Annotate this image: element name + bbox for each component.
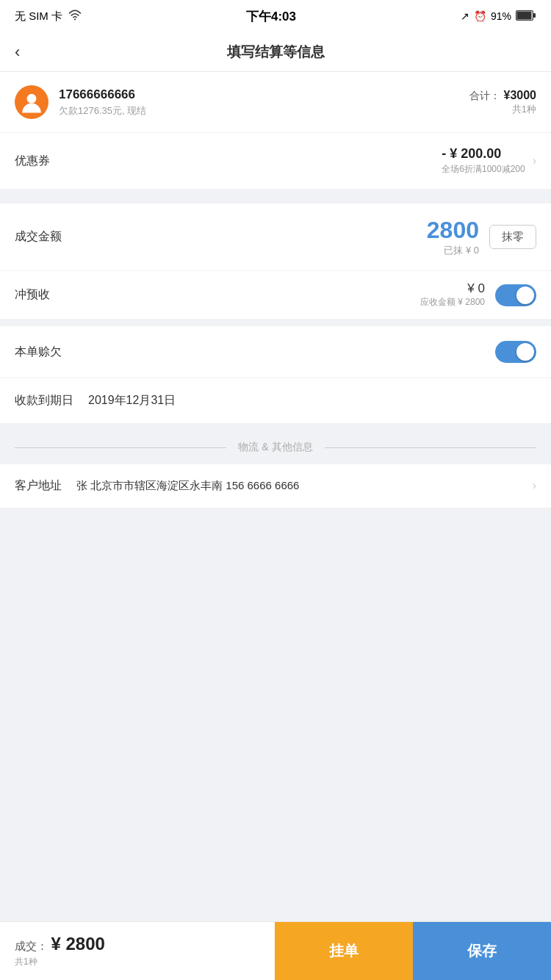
address-chevron-icon: ›: [533, 479, 536, 492]
duedate-value: 2019年12月31日: [88, 393, 176, 408]
status-time: 下午4:03: [246, 8, 296, 25]
coupon-discount: - ¥ 200.00: [442, 146, 525, 162]
address-section: 客户地址 张 北京市市辖区海淀区永丰南 156 6666 6666 ›: [0, 464, 551, 508]
carrier-text: 无 SIM 卡: [15, 10, 62, 24]
battery-icon: [516, 10, 536, 23]
svg-point-0: [74, 18, 76, 20]
amount-sub: 已抹 ¥ 0: [427, 244, 479, 257]
logistics-header: 物流 & 其他信息: [0, 430, 551, 464]
amount-row: 成交金额 2800 已抹 ¥ 0 抹零: [0, 203, 551, 270]
coupon-right: - ¥ 200.00 全场6折满1000减200 ›: [442, 146, 536, 176]
customer-right: 合计： ¥3000 共1种: [469, 89, 536, 116]
customer-section: 17666666666 欠款1276.35元, 现结 合计： ¥3000 共1种…: [0, 72, 551, 189]
customer-info: 17666666666 欠款1276.35元, 现结: [59, 87, 146, 118]
wifi-icon: [68, 9, 82, 24]
duedate-label: 收款到期日: [15, 393, 73, 408]
logistics-line-right: [325, 447, 536, 448]
alarm-icon: ⏰: [474, 10, 486, 22]
allowance-row: 本单赊欠: [0, 326, 551, 378]
logistics-text: 物流 & 其他信息: [238, 441, 312, 454]
allowance-section: 本单赊欠 收款到期日 2019年12月31日: [0, 326, 551, 423]
bottom-info: 成交： ¥ 2800 共1种: [0, 934, 275, 968]
bottom-deal-line: 成交： ¥ 2800: [15, 934, 260, 954]
bottom-deal-amount: ¥ 2800: [51, 934, 104, 954]
logistics-line-left: [15, 447, 226, 448]
coupon-info: - ¥ 200.00 全场6折满1000减200: [442, 146, 525, 176]
allowance-label: 本单赊欠: [15, 345, 62, 360]
precollect-toggle[interactable]: [495, 284, 536, 306]
customer-subtext: 欠款1276.35元, 现结: [59, 104, 146, 118]
customer-left: 17666666666 欠款1276.35元, 现结: [15, 85, 146, 119]
bottom-count: 共1种: [15, 956, 260, 968]
svg-rect-3: [533, 13, 536, 18]
status-left: 无 SIM 卡: [15, 9, 82, 24]
status-right: ↗ ⏰ 91%: [461, 10, 536, 23]
total-value: ¥3000: [504, 89, 537, 101]
allowance-toggle[interactable]: [495, 341, 536, 363]
total-line: 合计： ¥3000: [469, 89, 536, 103]
round-button[interactable]: 抹零: [489, 225, 536, 249]
hangup-button[interactable]: 挂单: [275, 922, 413, 981]
coupon-row[interactable]: 优惠券 - ¥ 200.00 全场6折满1000减200 ›: [0, 132, 551, 189]
amount-label: 成交金额: [15, 229, 62, 245]
amount-info: 2800 已抹 ¥ 0: [427, 217, 479, 257]
total-count: 共1种: [469, 103, 536, 116]
bottom-bar: 成交： ¥ 2800 共1种 挂单 保存: [0, 921, 551, 980]
section-divider-2: [0, 319, 551, 326]
status-bar: 无 SIM 卡 下午4:03 ↗ ⏰ 91%: [0, 0, 551, 32]
precollect-amount: ¥ 0: [420, 281, 485, 296]
page-title: 填写结算等信息: [227, 43, 325, 62]
bottom-deal-label: 成交：: [15, 940, 48, 952]
svg-point-4: [27, 94, 37, 104]
total-label: 合计：: [469, 90, 500, 101]
amount-right: 2800 已抹 ¥ 0 抹零: [427, 217, 536, 257]
address-value: 张 北京市市辖区海淀区永丰南 156 6666 6666: [76, 478, 530, 494]
avatar: [15, 85, 48, 119]
save-button[interactable]: 保存: [413, 922, 551, 981]
address-label: 客户地址: [15, 478, 62, 494]
location-icon: ↗: [461, 10, 469, 22]
nav-bar: ‹ 填写结算等信息: [0, 32, 551, 72]
coupon-label: 优惠券: [15, 154, 50, 169]
precollect-sub: 应收金额 ¥ 2800: [420, 296, 485, 309]
section-divider-1: [0, 196, 551, 203]
amount-section: 成交金额 2800 已抹 ¥ 0 抹零 冲预收 ¥ 0 应收金额 ¥ 2800: [0, 203, 551, 319]
svg-rect-2: [516, 11, 531, 19]
customer-phone: 17666666666: [59, 87, 146, 102]
chevron-right-icon: ›: [533, 154, 536, 167]
address-row[interactable]: 客户地址 张 北京市市辖区海淀区永丰南 156 6666 6666 ›: [0, 464, 551, 508]
duedate-row: 收款到期日 2019年12月31日: [0, 378, 551, 423]
precollect-val: ¥ 0 应收金额 ¥ 2800: [420, 281, 485, 309]
precollect-label: 冲预收: [15, 287, 50, 303]
precollect-right: ¥ 0 应收金额 ¥ 2800: [420, 281, 536, 309]
customer-row: 17666666666 欠款1276.35元, 现结 合计： ¥3000 共1种: [0, 72, 551, 132]
back-button[interactable]: ‹: [15, 43, 20, 62]
amount-value: 2800: [427, 217, 479, 244]
coupon-desc: 全场6折满1000减200: [442, 163, 525, 176]
battery-text: 91%: [491, 10, 511, 22]
precollect-row: 冲预收 ¥ 0 应收金额 ¥ 2800: [0, 270, 551, 319]
content-spacer: [0, 515, 551, 633]
